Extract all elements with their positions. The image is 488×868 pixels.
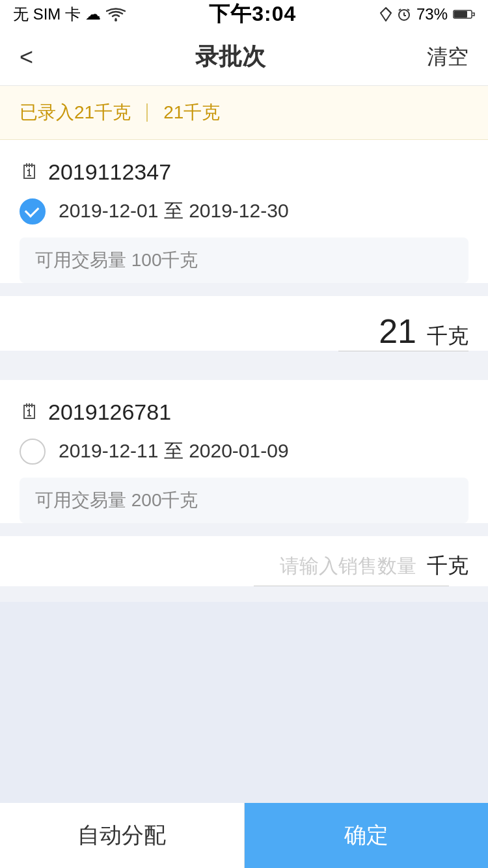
auto-distribute-button[interactable]: 自动分配 — [0, 803, 245, 868]
batch2-id: 2019126781 — [48, 400, 171, 425]
no-sim-text: 无 SIM 卡 ☁ — [13, 4, 101, 25]
status-left: 无 SIM 卡 ☁ — [13, 4, 126, 25]
status-right: 73% — [380, 5, 475, 23]
batch2-date: 2019-12-11 至 2020-01-09 — [59, 438, 289, 465]
nav-bar: < 录批次 清空 — [0, 29, 488, 86]
batch2-radio[interactable] — [20, 439, 46, 465]
batch1-card: 🗓 2019112347 2019-12-01 至 2019-12-30 可用交… — [0, 140, 488, 283]
svg-point-0 — [115, 19, 117, 21]
svg-rect-7 — [454, 11, 467, 18]
batch2-quantity-input[interactable] — [20, 555, 416, 577]
batch1-radio[interactable] — [20, 198, 46, 224]
wifi-icon — [106, 7, 126, 21]
batch1-date-row: 2019-12-01 至 2019-12-30 — [20, 198, 468, 224]
batch1-available: 可用交易量 100千克 — [20, 237, 468, 283]
status-time: 下午3:04 — [209, 0, 296, 29]
info-banner: 已录入21千克 21千克 — [0, 86, 488, 140]
batch2-date-row: 2019-12-11 至 2020-01-09 — [20, 438, 468, 465]
batch1-id: 2019112347 — [48, 159, 171, 185]
battery-icon — [453, 8, 475, 20]
batch2-available: 可用交易量 200千克 — [20, 478, 468, 523]
batch1-amount-unit: 千克 — [427, 322, 468, 351]
batch2-icon: 🗓 — [20, 400, 40, 424]
bottom-bar: 自动分配 确定 — [0, 803, 488, 868]
back-button[interactable]: < — [20, 44, 33, 71]
batch1-header: 🗓 2019112347 — [20, 159, 468, 185]
page-title: 录批次 — [195, 41, 265, 73]
batch1-amount-row: 21 千克 — [0, 296, 488, 351]
batch1-amount-value: 21 — [379, 312, 416, 351]
clear-button[interactable]: 清空 — [427, 43, 468, 72]
batch1-icon: 🗓 — [20, 160, 40, 184]
recorded-label: 已录入21千克 — [20, 100, 131, 125]
batch2-input-section: 千克 — [0, 536, 488, 586]
svg-line-4 — [399, 9, 401, 10]
status-bar: 无 SIM 卡 ☁ 下午3:04 73% — [0, 0, 488, 29]
batch2-input-line — [254, 586, 449, 586]
svg-line-5 — [407, 9, 409, 10]
recorded-value: 21千克 — [163, 100, 220, 125]
confirm-button[interactable]: 确定 — [245, 803, 489, 868]
batch2-header: 🗓 2019126781 — [20, 400, 468, 425]
batch2-input-inner: 千克 — [20, 552, 468, 580]
alarm-icon — [397, 7, 411, 21]
batch2-card: 🗓 2019126781 2019-12-11 至 2020-01-09 可用交… — [0, 380, 488, 523]
location-icon — [380, 7, 392, 21]
section-separator-1 — [0, 367, 488, 380]
banner-divider — [146, 103, 148, 122]
batch1-amount-line — [338, 351, 468, 351]
battery-text: 73% — [416, 5, 448, 23]
batch2-unit: 千克 — [427, 552, 468, 580]
bottom-area — [0, 602, 488, 823]
batch1-date: 2019-12-01 至 2019-12-30 — [59, 198, 289, 224]
